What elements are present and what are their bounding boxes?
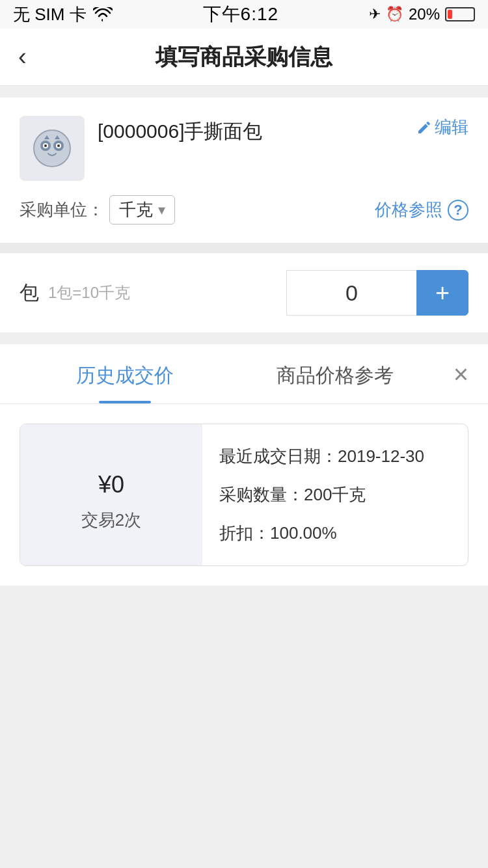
- discount-value: 100.00%: [270, 523, 337, 543]
- status-time: 下午6:12: [203, 2, 279, 27]
- quantity-input[interactable]: 0: [286, 270, 416, 316]
- main-content: [0000006]手撕面包 编辑 采购单位： 千克 ▾ 价格参照: [0, 98, 488, 586]
- product-unit-row: 采购单位： 千克 ▾ 价格参照 ?: [20, 195, 468, 224]
- product-left: [0000006]手撕面包: [20, 116, 262, 181]
- recent-date-label: 最近成交日期：: [219, 446, 338, 466]
- discount-row: 折扣：100.00%: [219, 521, 451, 546]
- battery-percent: 20%: [409, 5, 440, 23]
- product-logo-icon: [31, 128, 73, 169]
- tab-panel: 历史成交价 商品价格参考 × ¥0 交易2次 最近成交日期：20: [0, 344, 488, 586]
- svg-point-6: [57, 144, 60, 147]
- discount-label: 折扣：: [219, 523, 270, 543]
- edit-icon: [416, 120, 432, 135]
- history-right: 最近成交日期：2019-12-30 采购数量：200千克 折扣：100.00%: [202, 424, 468, 565]
- history-trades: 交易2次: [81, 509, 141, 532]
- history-left: ¥0 交易2次: [20, 424, 202, 565]
- quantity-label-text: 采购数量：: [219, 485, 304, 504]
- page-header: ‹ 填写商品采购信息: [0, 29, 488, 86]
- wifi-icon: [93, 7, 113, 21]
- unit-label: 采购单位：: [20, 198, 104, 221]
- history-card: ¥0 交易2次 最近成交日期：2019-12-30 采购数量：200千克 折扣：…: [20, 424, 468, 566]
- product-name: [0000006]手撕面包: [98, 116, 262, 145]
- back-button[interactable]: ‹: [18, 43, 27, 71]
- edit-button[interactable]: 编辑: [416, 116, 468, 139]
- product-info: [0000006]手撕面包: [98, 116, 262, 145]
- svg-point-5: [44, 144, 47, 147]
- tab-header: 历史成交价 商品价格参考 ×: [0, 344, 488, 404]
- history-price: ¥0: [98, 459, 124, 501]
- status-bar: 无 SIM 卡 下午6:12 ✈ ⏰ 20%: [0, 0, 488, 29]
- quantity-plus-button[interactable]: +: [416, 270, 468, 316]
- page-title: 填写商品采购信息: [156, 42, 332, 72]
- section-divider: [0, 243, 488, 253]
- quantity-row: 包 1包=10千克 0 +: [0, 253, 488, 332]
- status-left: 无 SIM 卡: [13, 3, 113, 26]
- product-image: [20, 116, 85, 181]
- tab-price-reference[interactable]: 商品价格参考: [230, 344, 440, 403]
- status-right: ✈ ⏰ 20%: [369, 5, 475, 23]
- tab-content: ¥0 交易2次 最近成交日期：2019-12-30 采购数量：200千克 折扣：…: [0, 404, 488, 586]
- location-icon: ✈: [369, 6, 381, 23]
- unit-label-group: 采购单位： 千克 ▾: [20, 195, 175, 224]
- svg-point-0: [34, 130, 70, 167]
- alarm-icon: ⏰: [386, 6, 403, 23]
- purchase-quantity-row: 采购数量：200千克: [219, 482, 451, 508]
- quantity-unit: 包: [20, 280, 39, 306]
- recent-date-value: 2019-12-30: [338, 446, 424, 466]
- price-reference-button[interactable]: 价格参照 ?: [375, 198, 468, 221]
- quantity-label: 包 1包=10千克: [20, 280, 130, 306]
- battery-icon: [445, 7, 475, 21]
- recent-date-row: 最近成交日期：2019-12-30: [219, 444, 451, 469]
- quantity-control: 0 +: [286, 270, 468, 316]
- unit-select[interactable]: 千克 ▾: [109, 195, 175, 224]
- quantity-value-text: 200千克: [304, 485, 366, 504]
- product-top-row: [0000006]手撕面包 编辑: [20, 116, 468, 181]
- tab-history-price[interactable]: 历史成交价: [20, 344, 230, 403]
- tab-close-button[interactable]: ×: [441, 348, 468, 400]
- currency-symbol: ¥: [98, 471, 111, 498]
- chevron-down-icon: ▾: [158, 202, 165, 219]
- quantity-hint: 1包=10千克: [48, 282, 130, 303]
- no-sim-text: 无 SIM 卡: [13, 3, 87, 26]
- product-card: [0000006]手撕面包 编辑 采购单位： 千克 ▾ 价格参照: [0, 98, 488, 243]
- help-icon: ?: [448, 200, 468, 221]
